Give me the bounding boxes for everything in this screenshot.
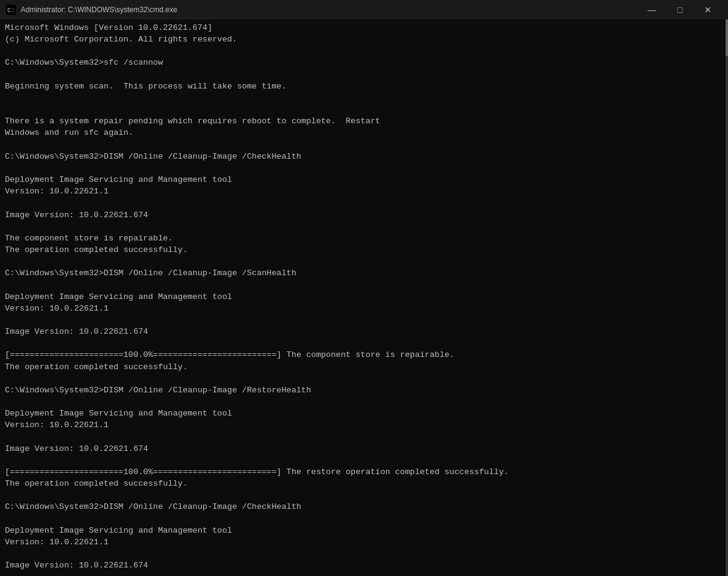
close-button[interactable]: ✕	[694, 0, 722, 20]
terminal-body[interactable]: Microsoft Windows [Version 10.0.22621.67…	[0, 20, 728, 576]
minimize-button[interactable]: —	[638, 0, 666, 20]
scrollbar[interactable]	[726, 20, 728, 576]
cmd-window: C: Administrator: C:\WINDOWS\system32\cm…	[0, 0, 728, 576]
title-bar: C: Administrator: C:\WINDOWS\system32\cm…	[0, 0, 728, 20]
window-controls: — □ ✕	[638, 0, 722, 20]
svg-text:C:: C:	[7, 7, 15, 14]
scrollbar-thumb[interactable]	[726, 20, 728, 56]
maximize-button[interactable]: □	[666, 0, 694, 20]
cmd-icon: C:	[6, 5, 16, 15]
window-title: Administrator: C:\WINDOWS\system32\cmd.e…	[21, 5, 638, 14]
terminal-content: Microsoft Windows [Version 10.0.22621.67…	[5, 22, 723, 576]
